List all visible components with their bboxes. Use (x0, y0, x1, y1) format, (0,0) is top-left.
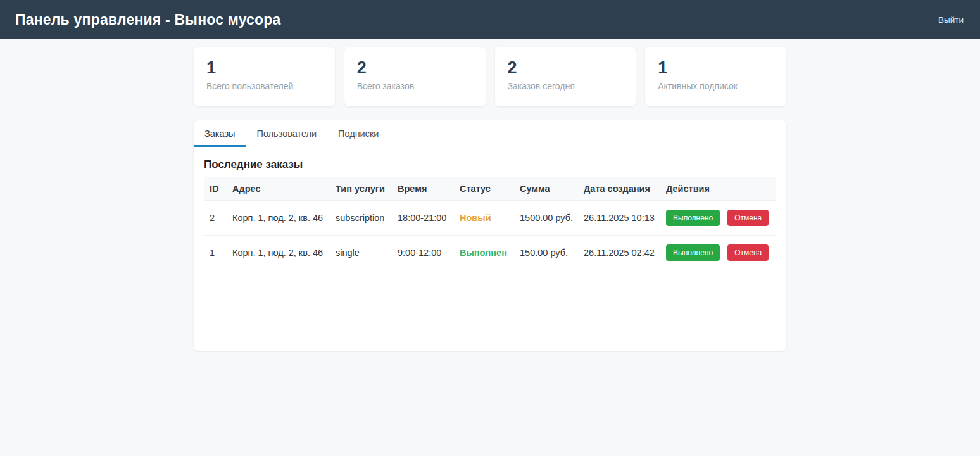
order-amount: 1500.00 руб. (514, 201, 578, 236)
orders-table-header: ID Адрес Тип услуги Время Статус Сумма Д… (204, 177, 776, 201)
order-status: Новый (454, 201, 514, 236)
stat-label: Заказов сегодня (508, 81, 624, 91)
order-time: 18:00-21:00 (392, 201, 454, 236)
complete-order-button[interactable]: Выполнено (666, 210, 720, 226)
col-header-service-type: Тип услуги (330, 177, 392, 201)
stat-label: Активных подписок (658, 81, 774, 91)
stat-card-active-subscriptions: 1 Активных подписок (645, 47, 786, 106)
order-id: 1 (204, 236, 227, 270)
stat-label: Всего пользователей (206, 81, 322, 91)
col-header-time: Время (392, 177, 454, 201)
tab-orders[interactable]: Заказы (194, 120, 246, 147)
top-navbar: Панель управления - Вынос мусора Выйти (0, 0, 980, 39)
page-title: Панель управления - Вынос мусора (15, 11, 281, 28)
order-amount: 150.00 руб. (514, 236, 578, 270)
table-row: 1 Корп. 1, под. 2, кв. 46 single 9:00-12… (204, 236, 776, 270)
stat-label: Всего заказов (357, 81, 473, 91)
col-header-id: ID (204, 177, 227, 201)
content-panel: Заказы Пользователи Подписки Последние з… (194, 120, 786, 351)
col-header-amount: Сумма (514, 177, 578, 201)
stat-card-orders-today: 2 Заказов сегодня (495, 47, 636, 106)
order-address: Корп. 1, под. 2, кв. 46 (227, 236, 330, 270)
cancel-order-button[interactable]: Отмена (727, 244, 769, 261)
stat-value: 1 (206, 58, 322, 79)
order-address: Корп. 1, под. 2, кв. 46 (227, 201, 330, 236)
tab-bar: Заказы Пользователи Подписки (194, 120, 786, 147)
order-created-at: 26.11.2025 10:13 (578, 201, 660, 236)
stat-value: 2 (357, 58, 473, 79)
complete-order-button[interactable]: Выполнено (666, 244, 720, 261)
order-status: Выполнен (454, 236, 514, 270)
col-header-address: Адрес (227, 177, 330, 201)
order-created-at: 26.11.2025 02:42 (578, 236, 660, 270)
stat-card-total-orders: 2 Всего заказов (344, 47, 486, 106)
orders-table: ID Адрес Тип услуги Время Статус Сумма Д… (204, 177, 776, 270)
order-actions: Выполнено Отмена (660, 201, 776, 236)
stat-card-total-users: 1 Всего пользователей (194, 47, 335, 106)
col-header-actions: Действия (660, 177, 776, 201)
col-header-created: Дата создания (578, 177, 660, 201)
order-service-type: subscription (330, 201, 392, 236)
table-row: 2 Корп. 1, под. 2, кв. 46 subscription 1… (204, 201, 776, 236)
stats-row: 1 Всего пользователей 2 Всего заказов 2 … (194, 47, 786, 106)
col-header-status: Статус (454, 177, 514, 201)
orders-section-title: Последние заказы (204, 158, 776, 171)
order-time: 9:00-12:00 (392, 236, 454, 270)
tab-subscriptions[interactable]: Подписки (327, 120, 389, 147)
orders-tab-content: Последние заказы ID Адрес Тип услуги Вре… (194, 147, 786, 281)
stat-value: 2 (508, 58, 624, 79)
order-id: 2 (204, 201, 227, 236)
main-container: 1 Всего пользователей 2 Всего заказов 2 … (194, 47, 786, 351)
cancel-order-button[interactable]: Отмена (727, 210, 769, 226)
order-service-type: single (330, 236, 392, 270)
logout-button[interactable]: Выйти (938, 15, 964, 25)
tab-users[interactable]: Пользователи (246, 120, 327, 147)
stat-value: 1 (658, 58, 774, 79)
order-actions: Выполнено Отмена (660, 236, 776, 270)
